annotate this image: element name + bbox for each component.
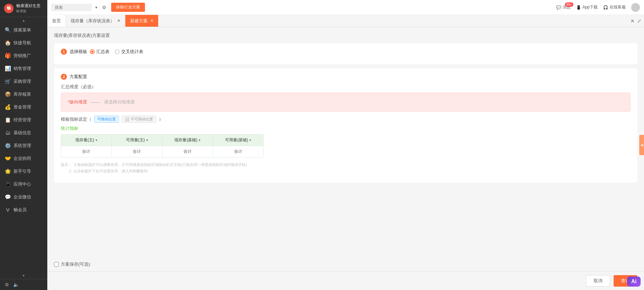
- col-2-chevron[interactable]: ▾: [199, 138, 200, 142]
- basic-info-icon: 🗂: [5, 130, 11, 136]
- new-guide-icon: 🌟: [5, 168, 11, 174]
- section2-header: 2 方案配置: [61, 74, 630, 80]
- sidebar-item-enterprise[interactable]: 🤝 企业协同: [0, 152, 47, 165]
- vip-icon: V: [5, 207, 11, 213]
- close-window-icon[interactable]: ✕: [630, 18, 635, 24]
- search-input[interactable]: [51, 4, 92, 11]
- col-1-chevron[interactable]: ▾: [146, 138, 148, 142]
- sidebar-item-sales[interactable]: 📊 销售管理: [0, 62, 47, 75]
- sidebar-item-label: 快捷导航: [14, 40, 31, 46]
- sidebar-item-finance[interactable]: 💰 资金管理: [0, 101, 47, 114]
- tab-inventory-status[interactable]: 现存量（库存状况表） ✕: [66, 15, 125, 27]
- section2-label: 方案配置: [70, 74, 87, 80]
- content-area: 现存量(库存状况表)方案设置 1 选择模板 汇总表 交叉统计表: [47, 27, 644, 257]
- stats-cell-2: 合计: [163, 146, 213, 157]
- settings-icon[interactable]: ⚙: [5, 282, 9, 287]
- sidebar-item-wechat[interactable]: 💬 企业微信: [0, 191, 47, 203]
- indicator-settings-label: 模板指标设定（ 可拖动位置 ⬜ 不可拖动位置 ）: [61, 116, 630, 123]
- sidebar-item-quick-nav[interactable]: 🏠 快捷导航: [0, 37, 47, 49]
- radio-crosstab-label: 交叉统计表: [121, 49, 143, 55]
- save-label: 方案保存(可选): [61, 261, 90, 267]
- system-icon: ⚙️: [5, 143, 11, 149]
- pink-dimension-area: *纵向维度 —— 请选择分组维度: [61, 93, 630, 112]
- sales-icon: 📊: [5, 66, 11, 72]
- operations-icon: 📋: [5, 117, 11, 123]
- tab-home[interactable]: 首页: [47, 15, 66, 27]
- tips-section: 提示： 1.拖动标题栏可以调整布局，不可跨维度或指标区域拖动栏目字段(只能在同一…: [61, 162, 630, 174]
- stats-col-0: 现存量(主) ▾: [61, 135, 112, 146]
- sidebar-item-label: 系统管理: [14, 143, 31, 149]
- sidebar-item-label: 营销推广: [14, 53, 31, 59]
- radio-crosstab[interactable]: 交叉统计表: [115, 49, 143, 55]
- vertical-dim-label: *纵向维度: [68, 99, 87, 105]
- tab-new-plan[interactable]: 新建方案 ✕: [125, 15, 158, 27]
- save-row: 方案保存(可选): [47, 257, 644, 271]
- user-avatar[interactable]: [631, 3, 640, 12]
- save-checkbox[interactable]: [54, 262, 59, 267]
- sidebar-item-basic-info[interactable]: 🗂 基础信息: [0, 126, 47, 139]
- radio-summary-label: 汇总表: [96, 49, 109, 55]
- message-icon: 💬: [556, 5, 561, 10]
- ai-badge[interactable]: Ai: [627, 276, 641, 287]
- tip-1: 2. 点击标题栏下拉可设置排序、插入列和删除列: [61, 169, 630, 174]
- sidebar-item-marketing[interactable]: 🎁 营销推广: [0, 49, 47, 62]
- stats-col-1: 可用量(主) ▾: [112, 135, 163, 146]
- right-edge-bar[interactable]: ◀: [639, 135, 644, 155]
- logo-text: 畅康通好生意 标准版: [16, 3, 41, 14]
- finance-icon: 💰: [5, 104, 11, 110]
- sidebar-item-label: 销售管理: [14, 66, 31, 72]
- indicator-settings: 模板指标设定（ 可拖动位置 ⬜ 不可拖动位置 ） 统计指标 现存量(主): [61, 116, 630, 174]
- sidebar-item-purchase[interactable]: 🛒 采购管理: [0, 75, 47, 88]
- sound-icon[interactable]: 🔈: [13, 282, 19, 287]
- dimension-placeholder: 请选择分组维度: [104, 99, 135, 105]
- online-service-button[interactable]: 🎧 在线客服: [603, 4, 626, 10]
- sidebar-item-label: 基础信息: [14, 130, 31, 136]
- marketing-icon: 🎁: [5, 53, 11, 59]
- radio-summary[interactable]: 汇总表: [90, 49, 109, 55]
- sidebar-item-label: 新手引导: [14, 168, 31, 174]
- sidebar-item-vip[interactable]: V 畅会员: [0, 203, 47, 216]
- logo-icon: 畅: [4, 4, 14, 13]
- sidebar-item-label: 企业微信: [14, 194, 31, 200]
- search-dropdown-button[interactable]: ▾: [95, 5, 97, 10]
- stats-cell-0: 合计: [61, 146, 112, 157]
- sidebar-item-system[interactable]: ⚙️ 系统管理: [0, 139, 47, 152]
- sidebar-scroll-up[interactable]: ▲: [0, 17, 47, 24]
- col-0-chevron[interactable]: ▾: [96, 138, 97, 142]
- sidebar-item-label: 企业协同: [14, 155, 31, 162]
- messages-button[interactable]: 💬 消息 99+: [556, 4, 571, 10]
- dimension-dash: ——: [91, 100, 100, 105]
- tab-inventory-status-close[interactable]: ✕: [117, 19, 120, 23]
- stats-cell-1: 合计: [112, 146, 163, 157]
- sidebar-item-label: 库存核算: [14, 91, 31, 97]
- template-radio-group: 汇总表 交叉统计表: [90, 49, 143, 55]
- summary-dim-label: 汇总维度（必选）: [61, 84, 630, 90]
- gear-icon[interactable]: ⚙: [102, 5, 106, 10]
- sidebar-scroll-down[interactable]: ▼: [0, 272, 47, 279]
- sidebar-item-inventory[interactable]: 📦 库存核算: [0, 88, 47, 101]
- sidebar-item-search-menu[interactable]: 🔍 搜索菜单: [0, 24, 47, 37]
- cancel-button[interactable]: 取消: [586, 275, 610, 287]
- expand-window-icon[interactable]: ⤢: [637, 18, 641, 24]
- section1-num: 1: [61, 49, 67, 55]
- sidebar-item-new-guide[interactable]: 🌟 新手引导: [0, 165, 47, 178]
- sidebar-item-app-center[interactable]: 📱 应用中心: [0, 178, 47, 191]
- tab-new-plan-close[interactable]: ✕: [150, 19, 153, 23]
- app-logo: 畅 畅康通好生意 标准版: [0, 0, 47, 17]
- stats-table-header: 现存量(主) ▾ 可用量(主) ▾ 现存量(基辅) ▾: [61, 135, 263, 146]
- avatar: [631, 3, 640, 12]
- sidebar-item-label: 采购管理: [14, 78, 31, 84]
- sidebar-menu: 🔍 搜索菜单 🏠 快捷导航 🎁 营销推广 📊 销售管理 🛒 采购管理 📦 库存核…: [0, 24, 47, 272]
- tip-0: 提示： 1.拖动标题栏可以调整布局，不可跨维度或指标区域拖动栏目字段(只能在同一…: [61, 162, 630, 167]
- col-3-chevron[interactable]: ▾: [249, 138, 251, 142]
- headset-icon: 🎧: [603, 5, 608, 10]
- messages-badge: 99+: [565, 2, 573, 7]
- no-drag-badge: ⬜ 不可拖动位置: [122, 116, 156, 123]
- sidebar: 畅 畅康通好生意 标准版 ▲ 🔍 搜索菜单 🏠 快捷导航 🎁 营销推广 📊 销售…: [0, 0, 47, 290]
- app-download-button[interactable]: 📱 App下载: [576, 4, 598, 10]
- trial-button[interactable]: 体验行业方案: [111, 3, 145, 12]
- inventory-icon: 📦: [5, 91, 11, 97]
- sidebar-item-label: 应用中心: [14, 181, 31, 187]
- sidebar-item-operations[interactable]: 📋 经营管理: [0, 114, 47, 126]
- draggable-badge: 可拖动位置: [94, 116, 119, 123]
